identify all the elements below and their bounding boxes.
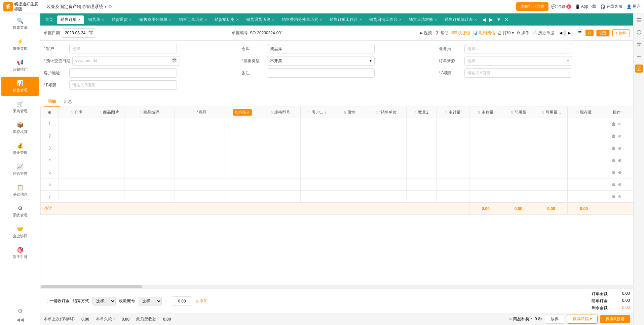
row5-copy-icon[interactable]: ⊕ <box>618 170 621 175</box>
row5-code[interactable] <box>124 166 175 178</box>
tab-daily-workbench[interactable]: 钱货日清工作台 ✕ <box>366 15 405 24</box>
row4-main-qty[interactable] <box>469 154 502 166</box>
th-product[interactable]: ⇅ *商品 <box>175 107 225 118</box>
sidebar-item-purchase[interactable]: 🛒 采购管理 <box>1 97 39 117</box>
row5-unit[interactable] <box>366 166 406 178</box>
tab-close-sales-order[interactable]: ✕ <box>78 18 81 22</box>
salesperson-input[interactable]: 选择... ··· <box>464 44 572 53</box>
row4-spec[interactable] <box>260 154 301 166</box>
right-icon-4[interactable] <box>635 52 643 60</box>
th-main-qty[interactable]: ⇅ 主数量 <box>469 107 502 118</box>
list-view-btn[interactable]: ☰ <box>576 30 584 36</box>
row1-main-qty[interactable] <box>469 118 502 130</box>
row3-customer-code[interactable] <box>301 142 333 154</box>
invoice-type-select[interactable]: 不开票 ▾ <box>267 56 375 66</box>
sidebar-item-inventory[interactable]: 📦 库存核算 <box>1 118 39 138</box>
row7-delete-icon[interactable]: 🗑 <box>612 194 616 199</box>
row6-unit[interactable] <box>366 178 406 191</box>
row2-attr[interactable] <box>333 130 366 142</box>
help-btn[interactable]: ❓ 帮助 <box>434 30 449 36</box>
tab-home[interactable]: 首页 <box>42 15 56 24</box>
draft-dropdown-icon[interactable]: ▾ <box>590 317 592 321</box>
right-icon-2[interactable]: i <box>635 28 643 36</box>
sidebar-item-basic-info[interactable]: 📋 基础信息 <box>1 181 39 200</box>
row4-customer-code[interactable] <box>301 154 333 166</box>
save-new-btn[interactable]: 保存&新增 <box>600 315 630 323</box>
tab-sales-expense[interactable]: 销售费用分摊单 ✕ <box>136 15 175 24</box>
salesperson-ellipsis[interactable]: ··· <box>566 46 569 51</box>
tab-prev-btn[interactable]: ◀ <box>481 16 487 23</box>
sidebar-item-operations[interactable]: 📈 经营管理 <box>1 160 39 179</box>
row6-qty2[interactable] <box>406 178 437 191</box>
address-ellipsis[interactable]: ··· <box>72 71 76 75</box>
tab-close-daily-reconcile[interactable]: ✕ <box>434 18 437 22</box>
customer-ellipsis[interactable]: ··· <box>171 46 174 51</box>
save-draft-btn[interactable]: 保存草稿 ▾ <box>567 315 598 324</box>
message-btn[interactable]: 💬 消息 9 <box>551 4 571 9</box>
shortcut-btn[interactable]: ⌨ 快捷键 <box>451 30 470 36</box>
user-btn[interactable]: 👤 用户 <box>627 4 641 9</box>
calendar2-icon[interactable]: 📅 <box>172 58 177 63</box>
order-source-input[interactable]: 选择... ▾ <box>464 56 572 66</box>
th-avail[interactable]: ⇅ 可用量 <box>502 107 535 118</box>
row4-code[interactable] <box>124 154 175 166</box>
row6-attr[interactable] <box>333 178 366 191</box>
row6-copy-icon[interactable]: ⊕ <box>618 182 621 187</box>
dropdown-icon[interactable]: ▾ <box>105 4 107 9</box>
tab-invoice-history[interactable]: 销货单历史 ✕ <box>211 15 242 24</box>
settings-icon[interactable]: ⚙ <box>108 4 112 9</box>
row5-attr[interactable] <box>333 166 366 178</box>
tab-order-history[interactable]: 销售订单历史 ✕ <box>176 15 211 24</box>
th-scan[interactable]: 扫码录入 <box>225 107 260 118</box>
sidebar-item-quicknav[interactable]: ⚡ 快捷导航 <box>1 35 39 54</box>
one-key-checkout-checkbox[interactable] <box>44 299 48 303</box>
account-select[interactable]: 选择... <box>139 297 162 306</box>
row7-main-qty[interactable] <box>469 191 502 203</box>
row2-copy-icon[interactable]: ⊕ <box>618 134 621 138</box>
customer-input[interactable]: 选择... ··· <box>69 44 177 53</box>
history-prev-btn[interactable]: ◀ <box>557 30 565 36</box>
row3-unit[interactable] <box>366 142 406 154</box>
tab-close-sales-invoice[interactable]: ✕ <box>102 18 104 22</box>
row5-spec[interactable] <box>260 166 301 178</box>
row3-delete-icon[interactable]: 🗑 <box>612 146 616 151</box>
scan-btn[interactable]: 扫码录入 <box>233 109 252 116</box>
source-dropdown-icon[interactable]: ▾ <box>567 58 569 63</box>
row2-code[interactable] <box>124 130 175 142</box>
row1-customer-code[interactable] <box>301 118 333 130</box>
row2-customer-code[interactable] <box>301 130 333 142</box>
row3-copy-icon[interactable]: ⊕ <box>618 146 621 151</box>
row1-unit[interactable] <box>366 118 406 130</box>
row7-spec[interactable] <box>260 191 301 203</box>
th-qty2[interactable]: ⇅ 数量2 <box>406 107 437 118</box>
tab-sales-return[interactable]: 销货退货 ✕ <box>108 15 135 24</box>
row1-warehouse[interactable] <box>59 118 94 130</box>
profit-btn[interactable]: 📊 毛利预估 <box>473 30 495 36</box>
row7-product[interactable] <box>175 191 225 203</box>
right-icon-5[interactable] <box>635 65 643 73</box>
row7-code[interactable] <box>124 191 175 203</box>
row1-spec[interactable] <box>260 118 301 130</box>
tab-return-history[interactable]: 销货退货历史 ✕ <box>243 15 278 24</box>
th-settings[interactable]: ⚙ <box>41 107 59 118</box>
row2-product[interactable] <box>175 130 225 142</box>
customer-address-input[interactable]: ··· <box>69 68 177 78</box>
calendar-icon[interactable]: 📅 <box>88 31 93 35</box>
b-project-input[interactable]: 请输入B项目 <box>69 80 177 90</box>
sidebar-item-system[interactable]: ⚙ 系统管理 <box>1 202 39 221</box>
tab-menu-btn[interactable]: ▼ <box>495 16 502 23</box>
amount-input[interactable]: 0.00 <box>172 296 192 306</box>
scroll-bar-row[interactable] <box>40 285 633 289</box>
app-download-btn[interactable]: 📱 App下载 <box>575 4 596 9</box>
th-code[interactable]: ⇅ 商品编码 <box>124 107 175 118</box>
row5-warehouse[interactable] <box>59 166 94 178</box>
warehouse-ellipsis[interactable]: ··· <box>368 46 372 51</box>
tab-close-order-history[interactable]: ✕ <box>204 18 207 22</box>
th-unit[interactable]: ⇅ *销售单位 <box>366 107 406 118</box>
row5-qty2[interactable] <box>406 166 437 178</box>
row3-main-qty[interactable] <box>469 142 502 154</box>
detail-tab-summary[interactable]: 汇总 <box>60 97 76 107</box>
payment-method-select[interactable]: 选择... <box>92 297 116 306</box>
sidebar-item-marketing[interactable]: 📢 营销推广 <box>1 56 39 75</box>
row6-delete-icon[interactable]: 🗑 <box>612 182 616 187</box>
